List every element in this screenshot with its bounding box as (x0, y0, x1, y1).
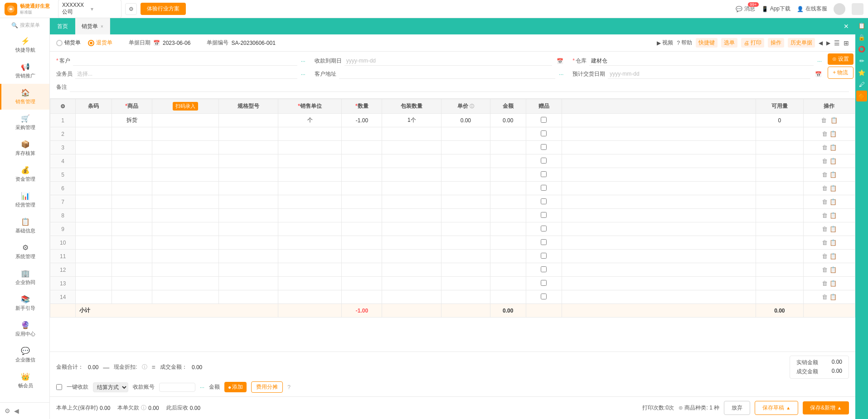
delete-icon[interactable]: 🗑 (822, 158, 828, 164)
rp-item-5[interactable]: ⭐ (856, 67, 867, 78)
warehouse-input[interactable] (589, 56, 814, 66)
copy-icon[interactable]: 📋 (830, 117, 838, 124)
logistics-button[interactable]: + 物流 (828, 67, 853, 79)
operate-btn[interactable]: 操作 (768, 38, 784, 48)
online-service-button[interactable]: 👤 在线客服 (797, 5, 827, 13)
delete-icon[interactable]: 🗑 (822, 185, 828, 192)
copy-icon[interactable]: 📋 (829, 226, 837, 232)
cell-quantity[interactable]: -1.00 (342, 114, 382, 127)
sidebar-item-system[interactable]: ⚙ 系统管理 (0, 239, 49, 265)
gift-checkbox[interactable] (541, 158, 547, 164)
add-payment-button[interactable]: ● 添加 (224, 382, 247, 392)
print-btn[interactable]: 🖨 打印 (741, 38, 764, 48)
sidebar-item-finance[interactable]: 💰 资金管理 (0, 161, 49, 187)
delete-icon[interactable]: 🗑 (822, 239, 828, 246)
cell-unit-price[interactable]: 0.00 (441, 114, 490, 127)
delete-icon[interactable]: 🗑 (822, 198, 828, 205)
sidebar-item-quick-nav[interactable]: ⚡ 快捷导航 (0, 32, 49, 58)
gift-checkbox[interactable] (541, 117, 547, 123)
gift-checkbox[interactable] (541, 212, 547, 218)
warehouse-more-icon[interactable]: ··· (817, 58, 822, 64)
cell-unit[interactable]: 个 (278, 114, 342, 127)
gift-checkbox[interactable] (541, 226, 547, 231)
product-type-icon[interactable]: ⊙ (679, 405, 683, 411)
copy-icon[interactable]: 📋 (829, 158, 837, 164)
rp-item-7[interactable]: 🔶 (856, 91, 867, 101)
message-button[interactable]: 💬 消息 99+ (736, 5, 755, 13)
copy-icon[interactable]: 📋 (829, 171, 837, 178)
window-close-icon[interactable]: ✕ (837, 23, 855, 30)
copy-icon[interactable]: 📋 (829, 130, 837, 137)
rp-item-4[interactable]: ✏ (856, 55, 867, 66)
user-settings-icon[interactable] (852, 3, 863, 15)
avatar[interactable] (834, 3, 845, 15)
sidebar-item-purchase[interactable]: 🛒 采购管理 (0, 110, 49, 135)
sidebar-item-inventory[interactable]: 📦 库存核算 (0, 135, 49, 161)
calc-method-select[interactable]: 结算方式 (93, 382, 128, 392)
col-settings[interactable]: ⚙ (50, 99, 76, 114)
gift-checkbox[interactable] (541, 130, 547, 136)
sidebar-search[interactable]: 🔍 搜索菜单 (0, 18, 49, 32)
cell-gift[interactable] (526, 114, 562, 127)
select-btn[interactable]: 选单 (721, 38, 737, 48)
one-click-pay-checkbox[interactable] (56, 384, 62, 390)
due-date-calendar-icon[interactable]: 📅 (557, 58, 563, 64)
rp-item-3[interactable]: ⭕ (856, 43, 867, 54)
addr-more-icon[interactable]: ··· (559, 71, 563, 77)
delete-icon[interactable]: 🗑 (822, 212, 828, 219)
nav-prev-icon[interactable]: ◀ (819, 40, 823, 46)
nav-next-icon[interactable]: ▶ (826, 40, 830, 46)
view-grid-icon[interactable]: ⊞ (844, 39, 849, 47)
cell-barcode[interactable] (76, 114, 112, 127)
discount-info-icon[interactable]: ⓘ (142, 363, 147, 371)
salesperson-input[interactable] (75, 69, 297, 79)
cell-amount[interactable]: 0.00 (490, 114, 526, 127)
sidebar-item-newbie[interactable]: 📚 新手引导 (0, 290, 49, 316)
abandon-button[interactable]: 放弃 (724, 401, 750, 415)
shortcut-btn[interactable]: 快捷键 (696, 38, 718, 48)
salesperson-more-icon[interactable]: ··· (301, 71, 305, 77)
tab-sale-order[interactable]: 销货单 × (75, 18, 110, 34)
sidebar-item-base[interactable]: 📋 基础信息 (0, 213, 49, 239)
view-list-icon[interactable]: ☰ (834, 39, 840, 47)
sidebar-item-marketing[interactable]: 📢 营销推广 (0, 58, 49, 84)
settings-bottom-icon[interactable]: ⚙ (5, 407, 10, 414)
customer-addr-input[interactable] (339, 69, 556, 79)
rp-item-2[interactable]: 🔒 (856, 32, 867, 43)
calendar-icon[interactable]: 📅 (153, 40, 160, 46)
copy-icon[interactable]: 📋 (829, 266, 837, 273)
setting-button[interactable]: ⊙ 设置 (828, 53, 853, 65)
notes-input[interactable] (70, 82, 849, 92)
account-input[interactable] (159, 383, 195, 392)
gift-checkbox[interactable] (541, 253, 547, 259)
history-btn[interactable]: 历史单据 (788, 38, 815, 48)
save-draft-button[interactable]: 保存草稿 ▲ (755, 401, 798, 415)
delete-icon[interactable]: 🗑 (822, 226, 828, 232)
video-btn[interactable]: ▶ 视频 (657, 39, 673, 47)
expense-help-icon[interactable]: ? (287, 384, 291, 390)
gift-checkbox[interactable] (541, 239, 547, 245)
copy-icon[interactable]: 📋 (829, 185, 837, 192)
customer-more-icon[interactable]: ··· (301, 58, 305, 64)
copy-icon[interactable]: 📋 (829, 280, 837, 287)
delete-icon[interactable]: 🗑 (822, 266, 828, 273)
due-date-input[interactable] (344, 56, 553, 66)
copy-icon[interactable]: 📋 (829, 253, 837, 260)
account-more-icon[interactable]: ··· (200, 384, 204, 390)
copy-icon[interactable]: 📋 (829, 239, 837, 246)
col-scan[interactable]: 扫码录入 (152, 99, 219, 114)
copy-icon[interactable]: 📋 (829, 212, 837, 219)
cell-remark[interactable] (562, 114, 756, 127)
scan-button[interactable]: 扫码录入 (173, 102, 198, 111)
gift-checkbox[interactable] (541, 171, 547, 177)
tab-home[interactable]: 首页 (50, 18, 75, 34)
rp-item-6[interactable]: 🖊 (856, 79, 867, 90)
copy-icon[interactable]: 📋 (829, 198, 837, 205)
company-selector[interactable]: XXXXXX公司 ▾ (58, 0, 121, 18)
gift-checkbox[interactable] (541, 198, 547, 204)
app-download-button[interactable]: 📱 App下载 (761, 5, 790, 13)
delete-icon[interactable]: 🗑 (822, 294, 828, 300)
copy-icon[interactable]: 📋 (829, 144, 837, 151)
collapse-icon[interactable]: ◀ (14, 407, 19, 414)
sidebar-item-wechat[interactable]: 💬 企业微信 (0, 342, 49, 368)
